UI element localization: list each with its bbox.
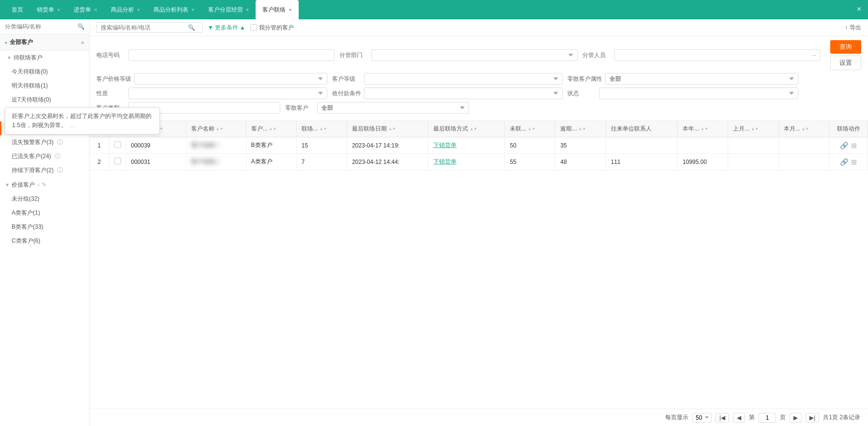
per-page-select[interactable]: 50 <box>692 413 712 423</box>
sort-this-year[interactable]: ▲▼ <box>700 127 708 131</box>
row2-unread: 55 <box>505 154 555 170</box>
filter-bar: 🔍 ▼ 更多条件 ▲ 我分管的客户 ↑ 导出 <box>90 19 868 36</box>
row2-checkbox-cell <box>109 154 126 170</box>
settings-button[interactable]: 设置 <box>830 56 861 70</box>
row1-link-icon[interactable]: 🔗 <box>840 142 848 149</box>
dept-field: 分管部门 <box>339 49 578 61</box>
col-last-date-label: 最后联络日期 <box>352 125 387 133</box>
row2-last-method-link[interactable]: 下销货单 <box>433 158 457 165</box>
col-overdue-label: 逾期... <box>560 125 577 133</box>
close-analysis-list-tab[interactable]: × <box>191 7 194 13</box>
sidebar-item-7days[interactable]: 近7天待联络(0) <box>0 93 89 107</box>
person-input[interactable]: ··· <box>614 49 821 61</box>
sidebar-search-input[interactable] <box>5 23 77 30</box>
filter-row-3: 性质 收付款条件 状态 <box>96 88 861 99</box>
col-category-label: 客户... <box>251 125 268 133</box>
collapse-sidebar-icon[interactable]: » <box>81 39 84 46</box>
price-level-field: 客户价格等级 <box>96 73 327 85</box>
sidebar-item-tomorrow[interactable]: 明天待联络(1) <box>0 79 89 93</box>
payment-select[interactable] <box>364 88 563 99</box>
gender-select[interactable] <box>128 88 327 99</box>
main-layout: 🔍 ▪ 全部客户 » ▼ 待联络客户 今天待联络(0) 明天待联络(1) 近7天… <box>0 19 868 426</box>
nav-tab-sales[interactable]: 销货单 × <box>30 0 67 19</box>
sort-last-date[interactable]: ▲▼ <box>388 127 396 131</box>
row1-last-method: 下销货单 <box>428 137 505 154</box>
export-button[interactable]: ↑ 导出 <box>845 24 861 32</box>
status-select[interactable] <box>599 88 798 99</box>
dept-select[interactable] <box>371 49 578 61</box>
query-button[interactable]: 查询 <box>830 40 861 54</box>
gender-label: 性质 <box>96 89 125 98</box>
nav-tab-home[interactable]: 首页 <box>5 0 30 19</box>
my-customers-checkbox-area[interactable]: 我分管的客户 <box>250 24 294 32</box>
edit-value-group-icon[interactable]: ○ ✎ <box>37 181 47 188</box>
sidebar-item-declining[interactable]: 持续下滑客户(2) ⓘ <box>0 163 89 177</box>
sidebar-group-pending[interactable]: ▼ 待联络客户 <box>0 51 89 65</box>
prev-page-btn[interactable]: ◀ <box>733 413 745 423</box>
advanced-filter-panel: 电话号码 分管部门 分管人员 ··· 查询 设置 <box>90 36 868 121</box>
nav-tab-customer-contact[interactable]: 客户联络 × <box>256 0 298 19</box>
status-field: 状态 <box>567 88 798 99</box>
sort-unread[interactable]: ▲▼ <box>528 127 535 131</box>
sort-name[interactable]: ▲▼ <box>216 127 224 131</box>
row2-name: 客户名称二 <box>186 154 246 170</box>
sidebar-item-value-c[interactable]: C类客户(6) <box>0 234 89 248</box>
sort-contacts[interactable]: ▲▼ <box>320 127 327 131</box>
phone-label: 电话号码 <box>96 51 125 59</box>
sort-last-month[interactable]: ▲▼ <box>751 127 759 131</box>
close-purchase-tab[interactable]: × <box>94 7 97 13</box>
row1-last-method-link[interactable]: 下销货单 <box>433 142 457 148</box>
payment-field: 收付款条件 <box>332 88 563 99</box>
nav-tab-analysis-list[interactable]: 商品分析列表 × <box>147 0 201 19</box>
sidebar-search-icon[interactable]: 🔍 <box>77 23 85 30</box>
sidebar-item-ungroup[interactable]: 未分组(32) <box>0 192 89 206</box>
row1-checkbox[interactable] <box>114 141 121 148</box>
sort-category[interactable]: ▲▼ <box>269 127 277 131</box>
row2-checkbox[interactable] <box>114 158 121 164</box>
nav-tab-purchase[interactable]: 进货单 × <box>67 0 104 19</box>
sort-overdue[interactable]: ▲▼ <box>579 127 586 131</box>
sort-this-month[interactable]: ▲▼ <box>802 127 809 131</box>
sidebar-item-value-b[interactable]: B类客户(33) <box>0 220 89 234</box>
phone-field: 电话号码 <box>96 49 335 61</box>
price-level-select[interactable] <box>134 73 327 85</box>
close-analysis-tab[interactable]: × <box>137 7 140 13</box>
page-number-input[interactable] <box>759 413 776 423</box>
col-name-label: 客户名称 <box>191 125 214 133</box>
filter-action-btns: 查询 设置 <box>830 40 861 70</box>
next-page-btn[interactable]: ▶ <box>790 413 802 423</box>
row1-unread: 50 <box>505 137 555 154</box>
close-sales-tab[interactable]: × <box>57 7 60 13</box>
row2-grid-icon[interactable]: ⊞ <box>851 158 857 166</box>
phone-input[interactable] <box>128 49 335 61</box>
search-input[interactable] <box>101 24 188 31</box>
sidebar-item-churned[interactable]: 已流失客户(24) ⓘ <box>0 149 89 163</box>
close-all-tabs[interactable]: × <box>857 5 861 14</box>
col-header-unit-contact: 往来单位联系人 <box>606 121 677 137</box>
row1-code: 000039 <box>126 137 186 154</box>
search-icon[interactable]: 🔍 <box>188 24 195 31</box>
customer-level-select[interactable] <box>364 73 563 85</box>
nav-tab-customer-tier[interactable]: 客户分层经营 × <box>201 0 256 19</box>
nav-tab-analysis[interactable]: 商品分析 × <box>104 0 147 19</box>
row2-link-icon[interactable]: 🔗 <box>840 158 848 166</box>
sidebar-item-value-a[interactable]: A类客户(1) <box>0 206 89 220</box>
retail-attr-select[interactable]: 全部 <box>605 73 798 85</box>
last-page-btn[interactable]: ▶| <box>806 413 819 423</box>
col-this-year-label: 本年... <box>683 125 699 133</box>
row1-category: B类客户 <box>246 137 296 154</box>
sidebar-search-area: 🔍 <box>0 19 89 34</box>
customer-level-field: 客户等级 <box>332 73 563 85</box>
retail-select[interactable]: 全部 <box>317 102 469 114</box>
col-header-action: 联络动作 <box>829 121 868 137</box>
row1-grid-icon[interactable]: ⊞ <box>851 142 857 149</box>
more-conditions-btn[interactable]: ▼ 更多条件 ▲ <box>208 24 245 32</box>
sidebar-item-today[interactable]: 今天待联络(0) <box>0 65 89 79</box>
sidebar-item-churn-warning[interactable]: 流失预警客户(3) ⓘ <box>0 135 89 149</box>
row1-unit-contact <box>606 137 677 154</box>
my-customers-checkbox[interactable] <box>250 24 257 31</box>
close-customer-contact-tab[interactable]: × <box>289 7 291 13</box>
sort-last-method[interactable]: ▲▼ <box>470 127 477 131</box>
close-customer-tier-tab[interactable]: × <box>246 7 249 13</box>
first-page-btn[interactable]: |◀ <box>716 413 729 423</box>
